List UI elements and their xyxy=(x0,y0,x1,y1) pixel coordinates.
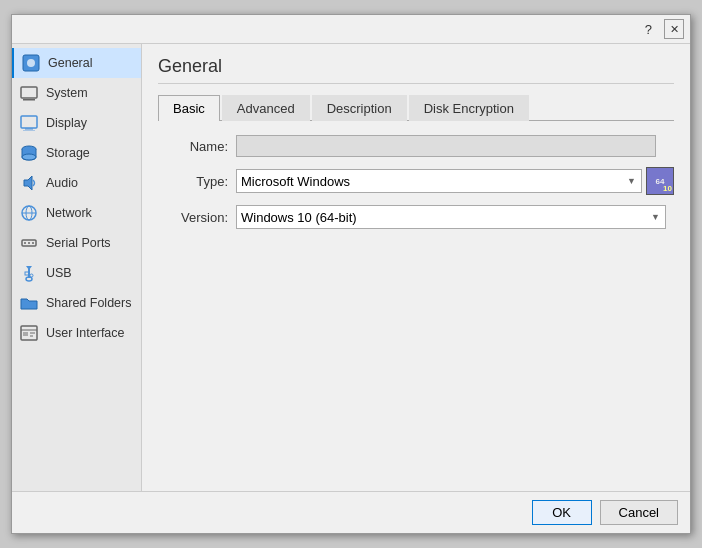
svg-rect-27 xyxy=(30,335,33,337)
sidebar-label-audio: Audio xyxy=(46,176,78,190)
svg-point-9 xyxy=(22,154,36,160)
panel-title: General xyxy=(158,56,674,84)
sidebar-item-serial-ports[interactable]: Serial Ports xyxy=(12,228,141,258)
sidebar-label-serial-ports: Serial Ports xyxy=(46,236,111,250)
sidebar-label-user-interface: User Interface xyxy=(46,326,125,340)
main-panel: General Basic Advanced Description Disk … xyxy=(142,44,690,491)
version-label: Version: xyxy=(158,210,228,225)
svg-rect-5 xyxy=(21,116,37,128)
form-section: Name: Type: Microsoft Windows Linux macO… xyxy=(158,135,674,479)
sidebar-label-network: Network xyxy=(46,206,92,220)
type-select-container: Microsoft Windows Linux macOS Other xyxy=(236,169,642,193)
help-icon[interactable]: ? xyxy=(645,22,652,37)
os-badge: 64 10 xyxy=(646,167,674,195)
network-icon xyxy=(20,204,38,222)
system-icon xyxy=(20,84,38,102)
badge-num: 10 xyxy=(663,184,672,193)
name-input[interactable] xyxy=(236,135,656,157)
tab-basic[interactable]: Basic xyxy=(158,95,220,121)
sidebar-item-storage[interactable]: Storage xyxy=(12,138,141,168)
version-select[interactable]: Windows 10 (64-bit) Windows 10 (32-bit) … xyxy=(236,205,666,229)
svg-point-22 xyxy=(26,277,32,281)
sidebar-item-general[interactable]: General xyxy=(12,48,141,78)
sidebar-item-display[interactable]: Display xyxy=(12,108,141,138)
general-icon xyxy=(22,54,40,72)
name-label: Name: xyxy=(158,139,228,154)
sidebar-item-shared-folders[interactable]: Shared Folders xyxy=(12,288,141,318)
version-select-container: Windows 10 (64-bit) Windows 10 (32-bit) … xyxy=(236,205,666,229)
tab-description[interactable]: Description xyxy=(312,95,407,121)
svg-point-17 xyxy=(32,242,34,244)
sidebar-item-audio[interactable]: Audio xyxy=(12,168,141,198)
type-row: Type: Microsoft Windows Linux macOS Othe… xyxy=(158,167,674,195)
svg-rect-25 xyxy=(23,332,28,336)
svg-rect-7 xyxy=(23,130,35,131)
usb-icon xyxy=(20,264,38,282)
cancel-button[interactable]: Cancel xyxy=(600,500,678,525)
sidebar-label-shared-folders: Shared Folders xyxy=(46,296,131,310)
tab-disk-encryption[interactable]: Disk Encryption xyxy=(409,95,529,121)
type-select[interactable]: Microsoft Windows Linux macOS Other xyxy=(236,169,642,193)
sidebar-label-system: System xyxy=(46,86,88,100)
svg-point-1 xyxy=(27,59,35,67)
sidebar-item-user-interface[interactable]: User Interface xyxy=(12,318,141,348)
display-icon xyxy=(20,114,38,132)
ok-button[interactable]: OK xyxy=(532,500,592,525)
shared-folders-icon xyxy=(20,294,38,312)
type-label: Type: xyxy=(158,174,228,189)
sidebar-item-network[interactable]: Network xyxy=(12,198,141,228)
content-area: General System xyxy=(12,44,690,491)
sidebar-label-general: General xyxy=(48,56,92,70)
svg-marker-19 xyxy=(26,266,32,270)
sidebar-label-storage: Storage xyxy=(46,146,90,160)
storage-icon xyxy=(20,144,38,162)
serial-ports-icon xyxy=(20,234,38,252)
sidebar: General System xyxy=(12,44,142,491)
sidebar-item-system[interactable]: System xyxy=(12,78,141,108)
version-row: Version: Windows 10 (64-bit) Windows 10 … xyxy=(158,205,674,229)
user-interface-icon xyxy=(20,324,38,342)
name-row: Name: xyxy=(158,135,674,157)
svg-point-15 xyxy=(24,242,26,244)
audio-icon xyxy=(20,174,38,192)
close-button[interactable]: ✕ xyxy=(664,19,684,39)
svg-point-16 xyxy=(28,242,30,244)
svg-rect-26 xyxy=(30,332,35,334)
sidebar-label-display: Display xyxy=(46,116,87,130)
bottom-bar: OK Cancel xyxy=(12,491,690,533)
svg-rect-4 xyxy=(23,99,35,101)
tabs: Basic Advanced Description Disk Encrypti… xyxy=(158,94,674,121)
sidebar-label-usb: USB xyxy=(46,266,72,280)
type-select-wrap: Microsoft Windows Linux macOS Other 64 1… xyxy=(236,167,674,195)
title-bar: ? ✕ xyxy=(12,15,690,44)
svg-rect-2 xyxy=(21,87,37,98)
sidebar-item-usb[interactable]: USB xyxy=(12,258,141,288)
tab-advanced[interactable]: Advanced xyxy=(222,95,310,121)
settings-window: ? ✕ General xyxy=(11,14,691,534)
svg-marker-10 xyxy=(24,176,32,190)
svg-rect-6 xyxy=(25,128,33,130)
